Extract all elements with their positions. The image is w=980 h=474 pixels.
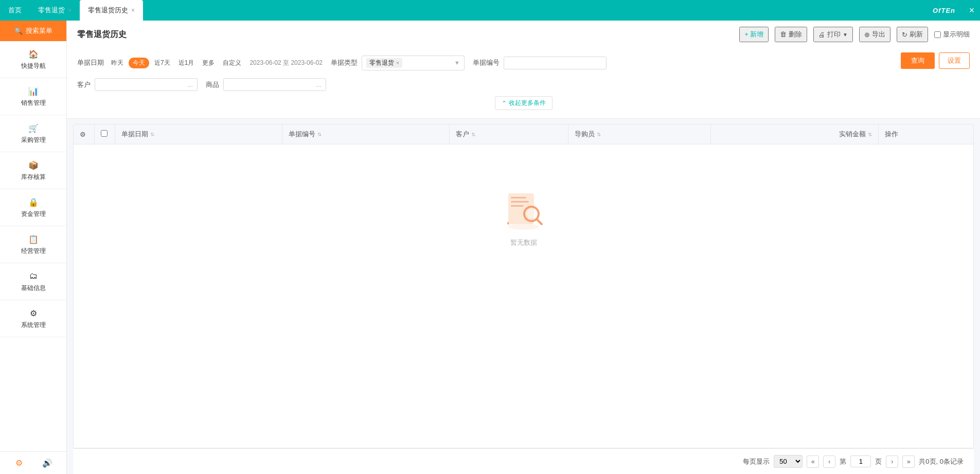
guide-sort-icon: ⇅ <box>597 132 601 137</box>
customer-filter-select[interactable]: ... <box>95 78 198 91</box>
purchase-icon: 🛒 <box>28 122 39 134</box>
refresh-button[interactable]: ↻ 刷新 <box>897 27 928 42</box>
brand-name: OfTEn <box>933 7 955 14</box>
th-number-sortable[interactable]: 单据编号 ⇅ <box>289 130 443 139</box>
type-filter-select[interactable]: 零售退货 × ▼ <box>362 56 465 70</box>
window-close-button[interactable]: × <box>964 2 980 19</box>
empty-state: 暂无数据 <box>74 144 973 288</box>
empty-state-cell: 暂无数据 <box>74 144 973 289</box>
print-label: 打印 <box>827 30 841 39</box>
refresh-label: 刷新 <box>910 30 923 39</box>
date-btn-more[interactable]: 更多 <box>199 58 218 68</box>
toolbar: + 新增 🗑 删除 🖨 打印 ▼ ⊕ 导出 ↻ 刷新 <box>739 27 970 42</box>
collapse-icon: ⌃ <box>502 100 507 107</box>
first-page-icon: « <box>811 458 815 465</box>
th-customer-sortable[interactable]: 客户 ⇅ <box>456 130 561 139</box>
data-table: ⚙ 单据日期 ⇅ 单据编号 <box>74 124 973 288</box>
prev-page-button[interactable]: ‹ <box>823 455 835 468</box>
system-icon: ⚙ <box>28 307 39 319</box>
first-page-button[interactable]: « <box>807 455 819 468</box>
date-btn-7days[interactable]: 近7天 <box>151 58 173 68</box>
sidebar-search-button[interactable]: 🔍 搜索菜单 <box>0 21 66 41</box>
export-button[interactable]: ⊕ 导出 <box>859 27 890 42</box>
last-page-button[interactable]: » <box>902 455 915 468</box>
th-customer-label: 客户 <box>456 130 469 139</box>
sidebar-item-sales-mgmt[interactable]: 📊 销售管理 <box>0 78 66 115</box>
customer-sort-icon: ⇅ <box>471 132 475 137</box>
th-amount-sortable[interactable]: 实销金额 ⇅ <box>717 130 871 139</box>
th-guide-sortable[interactable]: 导购员 ⇅ <box>575 130 705 139</box>
voucher-filter: 单据编号 <box>473 57 607 69</box>
amount-sort-icon: ⇅ <box>868 132 872 137</box>
voucher-filter-label: 单据编号 <box>473 58 500 67</box>
sidebar-item-purchase-mgmt[interactable]: 🛒 采购管理 <box>0 115 66 152</box>
type-filter-remove[interactable]: × <box>396 60 399 66</box>
sidebar-item-finance[interactable]: 🔒 资金管理 <box>0 189 66 226</box>
th-date-label: 单据日期 <box>121 130 148 139</box>
date-filter: 单据日期 昨天 今天 近7天 近1月 更多 自定义 2023-06-02 至 2… <box>77 58 323 68</box>
th-number-label: 单据编号 <box>289 130 315 139</box>
filter-row-2: 客户 ... 商品 ... <box>77 78 970 91</box>
filter-settings-button[interactable]: 设置 <box>939 52 970 69</box>
select-all-checkbox[interactable] <box>101 130 108 137</box>
th-customer: 客户 ⇅ <box>450 124 568 144</box>
page-of-label: 页 <box>875 457 882 466</box>
sidebar-item-operation[interactable]: 📋 经营管理 <box>0 226 66 263</box>
sidebar-item-system-mgmt[interactable]: ⚙ 系统管理 <box>0 300 66 337</box>
customer-ellipsis: ... <box>187 81 193 88</box>
date-btn-1month[interactable]: 近1月 <box>175 58 198 68</box>
per-page-select[interactable]: 50 10 20 100 <box>774 455 803 468</box>
voucher-filter-input[interactable] <box>504 57 607 69</box>
main-layout: 🔍 搜索菜单 🏠 快捷导航 📊 销售管理 🛒 采购管理 📦 库存核算 🔒 <box>0 21 980 474</box>
th-date: 单据日期 ⇅ <box>115 124 282 144</box>
tab-retail-return-label: 零售退货 <box>38 6 65 15</box>
search-icon: 🔍 <box>14 27 23 35</box>
goods-filter-select[interactable]: ... <box>223 78 326 91</box>
sidebar-item-quick-nav[interactable]: 🏠 快捷导航 <box>0 41 66 78</box>
tab-home[interactable]: 首页 <box>0 0 30 21</box>
tab-retail-return-close[interactable]: × <box>68 7 72 14</box>
date-filter-btns: 昨天 今天 近7天 近1月 更多 自定义 <box>108 58 244 68</box>
column-settings-icon[interactable]: ⚙ <box>80 131 86 138</box>
th-actions: 操作 <box>878 124 973 144</box>
tab-retail-return-history-close[interactable]: × <box>131 7 135 14</box>
per-page-label: 每页显示 <box>743 457 770 466</box>
show-detail-label: 显示明细 <box>943 30 970 39</box>
show-detail-checkbox-label[interactable]: 显示明细 <box>934 30 970 39</box>
sidebar-item-inventory[interactable]: 📦 库存核算 <box>0 152 66 189</box>
date-btn-custom[interactable]: 自定义 <box>220 58 244 68</box>
date-btn-today[interactable]: 今天 <box>129 58 149 68</box>
th-guide: 导购员 ⇅ <box>568 124 711 144</box>
query-button[interactable]: 查询 <box>901 52 935 69</box>
sidebar-item-purchase-mgmt-label: 采购管理 <box>21 136 46 144</box>
sales-icon: 📊 <box>28 85 39 97</box>
date-sort-icon: ⇅ <box>150 132 154 137</box>
customer-filter-label: 客户 <box>77 80 91 89</box>
inventory-icon: 📦 <box>28 159 39 171</box>
sidebar-volume-button[interactable]: 🔊 <box>40 455 55 471</box>
sidebar-item-basic-info[interactable]: 🗂 基础信息 <box>0 263 66 300</box>
show-detail-checkbox[interactable] <box>934 31 941 38</box>
th-date-sortable[interactable]: 单据日期 ⇅ <box>121 130 276 139</box>
export-label: 导出 <box>872 30 885 39</box>
sidebar-settings-button[interactable]: ⚙ <box>11 455 27 471</box>
top-bar-right: OfTEn <box>933 7 964 14</box>
print-button[interactable]: 🖨 打印 ▼ <box>813 27 853 42</box>
th-guide-label: 导购员 <box>575 130 595 139</box>
collapse-button[interactable]: ⌃ 收起更多条件 <box>495 96 553 110</box>
delete-button[interactable]: 🗑 删除 <box>775 27 807 42</box>
tab-retail-return[interactable]: 零售退货 × <box>30 0 80 21</box>
page-number-input[interactable] <box>850 455 871 467</box>
tab-retail-return-history[interactable]: 零售退货历史 × <box>80 0 143 21</box>
content-area: 零售退货历史 + 新增 🗑 删除 🖨 打印 ▼ ⊕ 导出 ↻ <box>67 21 980 474</box>
sidebar-item-system-mgmt-label: 系统管理 <box>21 321 46 330</box>
tab-home-label: 首页 <box>8 6 22 15</box>
svg-rect-4 <box>511 205 524 207</box>
svg-point-0 <box>508 224 539 230</box>
new-button[interactable]: + 新增 <box>739 27 769 42</box>
filter-area: 单据日期 昨天 今天 近7天 近1月 更多 自定义 2023-06-02 至 2… <box>77 47 970 114</box>
next-page-button[interactable]: › <box>886 455 898 468</box>
svg-rect-2 <box>511 197 526 198</box>
date-btn-yesterday[interactable]: 昨天 <box>108 58 127 68</box>
sidebar: 🔍 搜索菜单 🏠 快捷导航 📊 销售管理 🛒 采购管理 📦 库存核算 🔒 <box>0 21 67 474</box>
